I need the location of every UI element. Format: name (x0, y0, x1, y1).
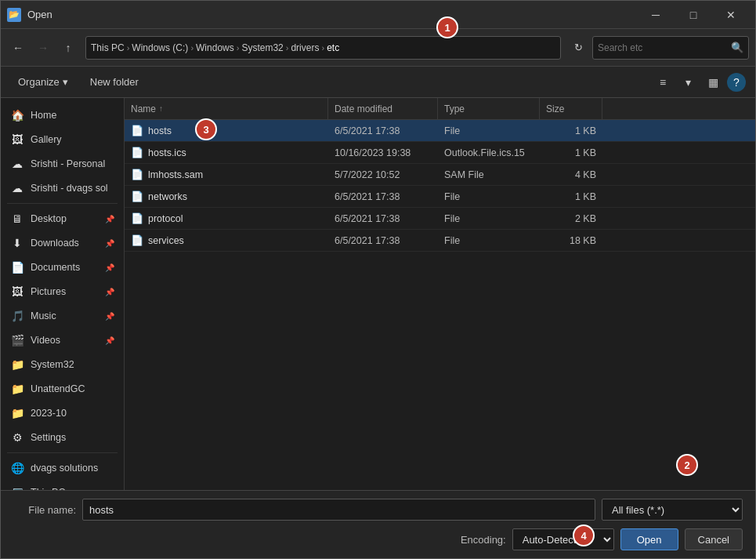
breadcrumb-thispc[interactable]: This PC (91, 42, 125, 53)
refresh-button[interactable]: ↻ (567, 37, 589, 59)
sidebar-item-settings[interactable]: ⚙ Settings (4, 426, 121, 449)
file-row-hosts[interactable]: 📄 hosts 6/5/2021 17:38 File 1 KB (125, 120, 755, 142)
sidebar-separator-2 (7, 452, 118, 453)
file-type-hosts: File (438, 125, 540, 136)
unattendgc-icon: 📁 (10, 382, 24, 396)
sidebar-item-videos[interactable]: 🎬 Videos 📌 (4, 329, 121, 352)
organize-arrow: ▾ (63, 76, 68, 88)
maximize-button[interactable]: □ (675, 3, 711, 27)
file-size-services: 18 KB (540, 235, 602, 246)
gallery-icon: 🖼 (10, 132, 24, 147)
close-button[interactable]: ✕ (713, 3, 749, 27)
file-name-lmhosts: 📄 lmhosts.sam (125, 169, 328, 181)
file-date-hosts-ics: 10/16/2023 19:38 (328, 147, 438, 158)
file-row-lmhosts[interactable]: 📄 lmhosts.sam 5/7/2022 10:52 SAM File 4 … (125, 164, 755, 186)
file-name-services: 📄 services (125, 234, 328, 247)
pictures-pin: 📌 (105, 288, 114, 296)
toolbar-right: ≡ ▾ ▦ ? (652, 71, 746, 93)
documents-pin: 📌 (105, 263, 114, 272)
layout-button[interactable]: ▦ (702, 71, 724, 93)
cloud-dvags-icon: ☁ (10, 181, 24, 195)
sidebar-item-srishti-dvags[interactable]: ☁ Srishti - dvags sol (4, 176, 121, 200)
file-size-protocol: 2 KB (540, 213, 602, 224)
column-header-date[interactable]: Date modified (328, 98, 438, 119)
filename-row: File name: All files (*.*) Text Files (*… (13, 499, 743, 521)
file-row-networks[interactable]: 📄 networks 6/5/2021 17:38 File 1 KB (125, 186, 755, 208)
file-name-hosts-ics: 📄 hosts.ics (125, 147, 328, 159)
file-type-networks: File (438, 191, 540, 202)
sidebar-item-pictures[interactable]: 🖼 Pictures 📌 (4, 280, 121, 303)
music-pin: 📌 (105, 312, 114, 321)
file-row-services[interactable]: 📄 services 6/5/2021 17:38 File 18 KB (125, 230, 755, 252)
file-size-hosts: 1 KB (540, 125, 602, 136)
file-icon-hosts-ics: 📄 (131, 147, 143, 159)
file-date-services: 6/5/2021 17:38 (328, 235, 438, 246)
sidebar-item-unattendgc[interactable]: 📁 UnattendGC (4, 377, 121, 401)
file-date-lmhosts: 5/7/2022 10:52 (328, 169, 438, 180)
organize-label: Organize (18, 76, 60, 88)
sidebar-item-documents[interactable]: 📄 Documents 📌 (4, 256, 121, 279)
view-button[interactable]: ≡ (652, 71, 674, 93)
addressbar: ← → ↑ This PC › Windows (C:) › Windows ›… (1, 29, 755, 67)
file-row-hosts-ics[interactable]: 📄 hosts.ics 10/16/2023 19:38 Outlook.Fil… (125, 142, 755, 164)
search-box[interactable]: 🔍 (592, 36, 749, 60)
breadcrumb-bar[interactable]: This PC › Windows (C:) › Windows › Syste… (85, 36, 561, 60)
breadcrumb-etc[interactable]: etc (327, 42, 339, 53)
sidebar-item-downloads[interactable]: ⬇ Downloads 📌 (4, 231, 121, 255)
column-header-size[interactable]: Size (540, 98, 602, 119)
back-button[interactable]: ← (7, 37, 29, 59)
column-header-type[interactable]: Type (438, 98, 540, 119)
system32-icon: 📁 (10, 358, 24, 372)
sidebar-item-2023-10[interactable]: 📁 2023-10 (4, 401, 121, 425)
new-folder-button[interactable]: New folder (82, 71, 146, 93)
sidebar-separator-1 (7, 203, 118, 204)
file-type-lmhosts: SAM File (438, 169, 540, 180)
breadcrumb-windows-c[interactable]: Windows (C:) (132, 42, 188, 53)
sidebar-item-srishti-personal[interactable]: ☁ Srishti - Personal (4, 152, 121, 176)
titlebar: 📂 Open ─ □ ✕ (1, 1, 755, 29)
videos-pin: 📌 (105, 336, 114, 345)
new-folder-label: New folder (90, 76, 139, 88)
file-list: 📄 hosts 6/5/2021 17:38 File 1 KB 📄 hosts… (125, 120, 755, 490)
search-input[interactable] (598, 42, 728, 53)
encoding-select[interactable]: Auto-Detect UTF-8 ANSI Unicode (512, 528, 614, 550)
forward-button[interactable]: → (32, 37, 54, 59)
downloads-icon: ⬇ (10, 236, 24, 250)
organize-button[interactable]: Organize ▾ (10, 71, 76, 93)
filename-input[interactable] (82, 499, 595, 521)
up-button[interactable]: ↑ (57, 37, 79, 59)
file-name-networks: 📄 networks (125, 191, 328, 203)
desktop-icon: 🖥 (10, 212, 24, 226)
file-name-protocol: 📄 protocol (125, 212, 328, 225)
view-arrow-button[interactable]: ▾ (677, 71, 699, 93)
titlebar-left: 📂 Open (7, 8, 52, 22)
breadcrumb-drivers[interactable]: drivers (291, 42, 319, 53)
search-icon: 🔍 (731, 42, 743, 53)
column-header-name[interactable]: Name↑ (125, 98, 328, 119)
dialog-title: Open (27, 9, 52, 20)
sidebar-item-dvags-solutions[interactable]: 🌐 dvags solutions (4, 456, 121, 480)
sidebar-item-home[interactable]: 🏠 Home (4, 103, 121, 127)
sidebar-item-desktop[interactable]: 🖥 Desktop 📌 (4, 207, 121, 230)
breadcrumb-windows[interactable]: Windows (196, 42, 234, 53)
sidebar-item-this-pc[interactable]: 💻 This PC (4, 481, 121, 490)
filetype-select[interactable]: All files (*.*) Text Files (*.txt) (602, 499, 743, 521)
sidebar-item-system32[interactable]: 📁 System32 (4, 353, 121, 376)
sidebar-item-music[interactable]: 🎵 Music 📌 (4, 304, 121, 328)
cancel-button[interactable]: Cancel (685, 528, 743, 550)
file-date-protocol: 6/5/2021 17:38 (328, 213, 438, 224)
sidebar-item-gallery[interactable]: 🖼 Gallery (4, 128, 121, 151)
videos-icon: 🎬 (10, 333, 24, 347)
main-area: 🏠 Home 🖼 Gallery ☁ Srishti - Personal ☁ … (1, 98, 755, 490)
music-icon: 🎵 (10, 309, 24, 323)
file-date-networks: 6/5/2021 17:38 (328, 191, 438, 202)
breadcrumb-system32[interactable]: System32 (241, 42, 283, 53)
file-row-protocol[interactable]: 📄 protocol 6/5/2021 17:38 File 2 KB (125, 208, 755, 230)
help-button[interactable]: ? (727, 73, 746, 92)
sidebar: 🏠 Home 🖼 Gallery ☁ Srishti - Personal ☁ … (1, 98, 125, 490)
bottom-bar: File name: All files (*.*) Text Files (*… (1, 490, 755, 558)
minimize-button[interactable]: ─ (638, 3, 674, 27)
open-button[interactable]: Open (620, 528, 678, 550)
file-icon-lmhosts: 📄 (131, 169, 143, 181)
file-type-hosts-ics: Outlook.File.ics.15 (438, 147, 540, 158)
